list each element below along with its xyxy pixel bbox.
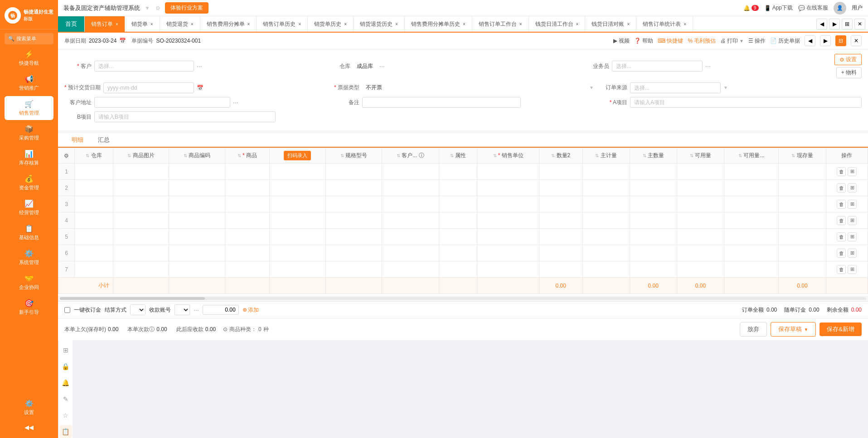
tab-sales-invoice-close[interactable]: × [150,22,153,27]
delete-row-6[interactable]: 🗑 [837,249,846,258]
customer-input[interactable] [94,61,194,72]
operation-action[interactable]: ☰ 操作 [748,37,766,45]
tab-detail[interactable]: 明细 [64,133,91,148]
sort-current-qty[interactable]: ⇅ [791,153,795,158]
td-customer-1[interactable] [382,164,439,180]
tab-return-history[interactable]: 销货退货历史 × [354,16,405,32]
sidebar-item-basic-info[interactable]: 📋 基础信息 [5,221,53,245]
remark-input[interactable] [362,97,521,108]
td-spec-1[interactable] [326,164,382,180]
user-name[interactable]: 用户 [852,4,863,12]
sort-main-unit[interactable]: ⇅ [595,153,599,158]
tab-daily-reconcile-close[interactable]: × [627,22,630,27]
delivery-date-input[interactable] [103,82,194,93]
form-close-btn[interactable]: ✕ [851,35,862,46]
add-material-btn[interactable]: + 物料 [836,67,862,78]
right-panel-icon-6[interactable]: 📋 [59,425,72,438]
td-warehouse-2[interactable] [75,180,113,196]
td-available2-1[interactable] [724,164,779,180]
calendar-icon[interactable]: 📅 [119,38,126,44]
td-available2-2[interactable] [724,180,779,196]
sidebar-item-sales[interactable]: 🛒 销售管理 [5,96,53,120]
tab-invoice-history[interactable]: 销货单历史 × [308,16,354,32]
form-prev-btn[interactable]: ◀ [805,35,815,46]
right-panel-icon-3[interactable]: 🔔 [59,376,72,389]
customer-dots-btn[interactable]: ··· [197,63,202,70]
delete-row-3[interactable]: 🗑 [837,200,846,209]
tab-invoice-history-close[interactable]: × [344,22,347,27]
td-current-2[interactable] [779,180,826,196]
copy-row-7[interactable]: ⊞ [848,265,857,274]
sidebar-item-inventory[interactable]: 📊 库存核算 [5,146,53,170]
invoice-type-dropdown[interactable]: ▼ [589,85,594,90]
tab-sales-return-close[interactable]: × [191,22,194,27]
sidebar-item-marketing[interactable]: 📢 营销推广 [5,71,53,95]
td-product-2[interactable] [225,180,269,196]
sort-attribute[interactable]: ⇅ [450,153,454,158]
sidebar-item-enterprise[interactable]: 🤝 企业协同 [5,270,53,294]
salesperson-dots-btn[interactable]: ··· [705,63,711,70]
td-spec-2[interactable] [326,180,382,196]
scan-btn[interactable]: 扫码录入 [284,151,311,160]
app-download-btn[interactable]: 📱 App下载 [764,4,793,12]
tab-order-statistics-close[interactable]: × [684,22,686,27]
sort-available2[interactable]: ⇅ [738,153,742,158]
notification-btn[interactable]: 🔔 9 [743,5,759,11]
history-action[interactable]: 📄 历史单据 [770,37,800,45]
sort-product-image[interactable]: ⇅ [127,153,131,158]
settings-btn[interactable]: ⚙ 设置 [834,54,862,65]
sidebar-item-operations[interactable]: 📈 经营管理 [5,196,53,220]
td-current-1[interactable] [779,164,826,180]
payment-amount-input[interactable] [203,305,239,315]
sort-sales-unit[interactable]: ⇅ [493,153,497,158]
shortcut-action[interactable]: ⌨ 快捷键 [658,37,683,45]
video-action[interactable]: ▶ 视频 [613,37,630,45]
delivery-calendar-icon[interactable]: 📅 [197,85,204,91]
tab-prev-btn[interactable]: ◀ [816,19,827,29]
tab-return-history-close[interactable]: × [395,22,398,27]
online-service-btn[interactable]: 💬 在线客服 [798,4,828,12]
td-unit-2[interactable] [477,180,539,196]
help-action[interactable]: ❓ 帮助 [634,37,653,45]
td-product-1[interactable] [225,164,269,180]
delete-row-5[interactable]: 🗑 [837,232,846,241]
right-panel-icon-2[interactable]: 🔒 [59,360,72,373]
tab-order-history-close[interactable]: × [298,22,301,27]
copy-row-1[interactable]: ⊞ [848,167,857,176]
sort-available[interactable]: ⇅ [690,153,693,158]
industry-solution-btn[interactable]: 体验行业方案 [165,2,209,14]
td-main-unit-1[interactable] [582,164,630,180]
td-main-qty-1[interactable] [630,164,677,180]
salesperson-input[interactable] [612,61,703,72]
search-menu[interactable]: 🔍 搜索菜单 [5,33,53,44]
tab-sales-order[interactable]: 销售订单 × [85,16,125,32]
sidebar-settings-btn[interactable]: ⚙️ 设置 [5,397,53,419]
tab-order-history[interactable]: 销售订单历史 × [257,16,308,32]
tab-summary[interactable]: 汇总 [91,133,117,148]
sidebar-collapse-btn[interactable]: ◀◀ [5,421,53,433]
tab-daily-clear-workbench-close[interactable]: × [576,22,579,27]
delete-row-7[interactable]: 🗑 [837,265,846,274]
tab-daily-clear-workbench[interactable]: 钱货日清工作台 × [529,16,586,32]
tab-sales-order-close[interactable]: × [116,22,118,27]
scroll-thumb[interactable] [60,297,205,300]
address-input[interactable] [94,97,230,108]
delete-row-4[interactable]: 🗑 [837,216,846,225]
a-project-input[interactable] [630,97,862,108]
sort-main-qty[interactable]: ⇅ [643,153,646,158]
sort-qty2[interactable]: ⇅ [551,153,555,158]
tab-order-workbench[interactable]: 销售订单工作台 × [472,16,529,32]
tab-home[interactable]: 首页 [58,16,85,32]
tab-expand-btn[interactable]: ⊞ [842,19,853,29]
save-new-btn[interactable]: 保存&新增 [820,322,862,336]
tab-order-statistics[interactable]: 销售订单统计表 × [636,16,693,32]
copy-row-2[interactable]: ⊞ [848,183,857,193]
sidebar-item-guide[interactable]: 🎯 新手引导 [5,295,53,319]
sort-customer-code[interactable]: ⇅ [397,153,400,158]
date-value[interactable]: 2023-03-24 [89,38,116,44]
tab-order-workbench-close[interactable]: × [519,22,522,27]
copy-row-4[interactable]: ⊞ [848,216,857,225]
td-attr-1[interactable] [439,164,477,180]
tab-expense-history[interactable]: 销售费用分摊单历史 × [405,16,472,32]
td-available-1[interactable] [677,164,724,180]
